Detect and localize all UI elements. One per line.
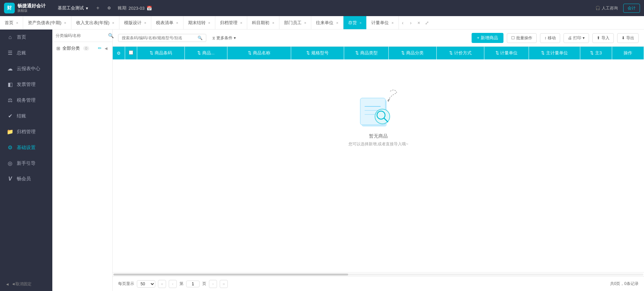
sidebar-item-settings[interactable]: ⚙ 基础设置 <box>0 140 52 155</box>
tab-tax-close[interactable]: × <box>176 21 178 25</box>
filter-icon: ⧖ <box>212 36 215 40</box>
th-price-method[interactable]: ⇅ 计价方式 <box>436 47 484 59</box>
sidebar-item-reports[interactable]: ☁ 云报表中心 <box>0 61 52 77</box>
tab-contacts[interactable]: 往来单位 × <box>311 16 343 30</box>
sidebar-item-tax[interactable]: ⚖ 税务管理 <box>0 92 52 108</box>
tab-contacts-close[interactable]: × <box>336 21 338 25</box>
product-search-input[interactable] <box>122 36 196 40</box>
tab-inventory-close[interactable]: × <box>360 21 362 25</box>
sidebar-item-home[interactable]: ⌂ 首页 <box>0 30 52 45</box>
content-area: 🔍 ⊞ 全部分类 0 ✏ ◄ 🔍 ⧖ <box>52 30 644 291</box>
sidebar-item-archive[interactable]: 📁 归档管理 <box>0 124 52 140</box>
export-button[interactable]: ⬇ 导出 <box>617 33 639 43</box>
tab-measure-close[interactable]: × <box>391 21 393 25</box>
tab-balance-close[interactable]: × <box>64 21 66 25</box>
tab-prev-button[interactable]: ‹ <box>399 16 407 30</box>
tab-income-close[interactable]: × <box>112 21 114 25</box>
add-tab-button[interactable]: + <box>95 5 101 11</box>
tab-subject-init[interactable]: 科目期初 × <box>247 16 279 30</box>
tab-home[interactable]: 首页 × <box>0 16 23 30</box>
tab-measure-unit[interactable]: 计量单位 × <box>367 16 398 30</box>
move-button[interactable]: ↕ 移动 <box>540 33 560 43</box>
company-selector[interactable]: 基层工会测试 ▾ <box>55 4 91 12</box>
tab-period-label: 期末结转 <box>188 20 206 26</box>
tab-archive-close[interactable]: × <box>240 21 242 25</box>
th-price-label: 计价方式 <box>454 50 472 55</box>
th-spec[interactable]: ⇅ 规格型号 <box>291 47 344 59</box>
page-number-input[interactable] <box>186 281 200 287</box>
collapse-category-icon[interactable]: ◄ <box>104 46 108 51</box>
new-product-button[interactable]: + 新增商品 <box>472 33 503 43</box>
export-label: 导出 <box>626 35 634 41</box>
th-op-label: 操作 <box>624 50 632 55</box>
th-settings[interactable]: ⚙ <box>113 47 125 59</box>
app-name: 畅捷通好会计 <box>17 3 46 9</box>
th-col3-sort-icon: ⇅ <box>590 50 594 55</box>
tab-tax-list[interactable]: 税表清单 × <box>151 16 183 30</box>
calendar-icon[interactable]: 📅 <box>147 6 152 11</box>
tab-expand-button[interactable]: ⤢ <box>423 16 431 30</box>
th-type[interactable]: ⇅ 商品类型 <box>344 47 389 59</box>
th-unit-label: 计量单位 <box>500 50 518 55</box>
sidebar-item-member[interactable]: V 畅会员 <box>0 171 52 187</box>
tab-next-button[interactable]: › <box>407 16 415 30</box>
more-filter-button[interactable]: ⧖ 更多条件 ▾ <box>210 34 238 42</box>
headset-icon: 🎧 <box>595 6 600 10</box>
th-barcode[interactable]: ⇅ 商品条码 <box>137 47 185 59</box>
account-button[interactable]: 会计 <box>623 4 640 13</box>
th-check[interactable] <box>125 47 137 59</box>
last-page-button[interactable]: » <box>220 280 228 288</box>
category-search-input[interactable] <box>56 33 106 38</box>
tab-template-close[interactable]: × <box>144 21 146 25</box>
th-col3[interactable]: ⇅ 主3 <box>580 47 612 59</box>
tab-template-design[interactable]: 模版设计 × <box>119 16 151 30</box>
import-label: 导入 <box>601 35 609 41</box>
tab-balance-sheet[interactable]: 资产负债表(中期) × <box>23 16 71 30</box>
tab-income-expense[interactable]: 收入支出表(年报) × <box>71 16 119 30</box>
app-version: 旗舰版 <box>17 8 46 13</box>
sidebar-item-close-account[interactable]: ✔ 结账 <box>0 108 52 124</box>
sidebar-item-guide[interactable]: ◎ 新手引导 <box>0 155 52 171</box>
empty-title: 暂无商品 <box>369 133 388 139</box>
sidebar-item-ledger[interactable]: ☰ 总账 <box>0 45 52 61</box>
th-type-label: 商品类型 <box>360 50 378 55</box>
select-all-checkbox[interactable] <box>129 50 133 55</box>
first-page-button[interactable]: « <box>158 280 166 288</box>
search-bar-icon[interactable]: 🔍 <box>198 36 203 40</box>
th-main-unit[interactable]: ⇅ 主计量单位 <box>529 47 580 59</box>
batch-op-button[interactable]: ☐ 批量操作 <box>507 33 537 43</box>
human-service-button[interactable]: 🎧 人工咨询 <box>593 4 621 12</box>
archive-icon: 📁 <box>7 129 13 135</box>
tab-period-carry[interactable]: 期末结转 × <box>183 16 215 30</box>
tab-close-all-button[interactable]: × <box>415 16 423 30</box>
th-name[interactable]: ⇅ 商品名称 <box>227 47 291 59</box>
tab-dept-close[interactable]: × <box>304 21 306 25</box>
edit-category-icon[interactable]: ✏ <box>98 46 102 51</box>
next-page-button[interactable]: › <box>209 280 217 288</box>
tab-dept-staff[interactable]: 部门员工 × <box>279 16 311 30</box>
table-scrollbar[interactable] <box>113 272 644 276</box>
empty-state: 暂无商品 您可以选择新增,或者直接导入哦~ <box>113 59 644 174</box>
tab-archive[interactable]: 归档管理 × <box>215 16 247 30</box>
scrollbar-thumb[interactable] <box>113 274 348 276</box>
prev-page-button[interactable]: ‹ <box>169 280 177 288</box>
tab-subject-close[interactable]: × <box>272 21 274 25</box>
tab-income-label: 收入支出表(年报) <box>76 20 110 26</box>
print-button[interactable]: 🖨 打印 ▾ <box>564 33 589 43</box>
cancel-pin-button[interactable]: ◄ ◄取消固定 <box>0 277 52 291</box>
th-category[interactable]: ⇅ 商品分类 <box>388 47 436 59</box>
sidebar-item-invoice[interactable]: ◧ 发票管理 <box>0 77 52 92</box>
settings-button[interactable]: ⚙ <box>105 4 114 12</box>
th-unit[interactable]: ⇅ 计量单位 <box>484 47 529 59</box>
tab-home-close[interactable]: × <box>16 21 18 25</box>
member-icon: V <box>7 176 13 182</box>
page-size-select[interactable]: 50 10 20 100 <box>137 280 155 288</box>
th-barcode-sort-icon: ⇅ <box>150 50 153 55</box>
import-button[interactable]: ⬆ 导入 <box>592 33 614 43</box>
th-code[interactable]: ⇅ 商品... <box>185 47 227 59</box>
tab-inventory[interactable]: 存货 × <box>343 16 367 30</box>
batch-label: 批量操作 <box>516 35 532 41</box>
period-value: 2023-03 <box>128 6 145 11</box>
tab-period-close[interactable]: × <box>208 21 210 25</box>
main-layout: ⌂ 首页 ☰ 总账 ☁ 云报表中心 ◧ 发票管理 ⚖ 税务管理 ✔ 结账 📁 归… <box>0 30 644 291</box>
